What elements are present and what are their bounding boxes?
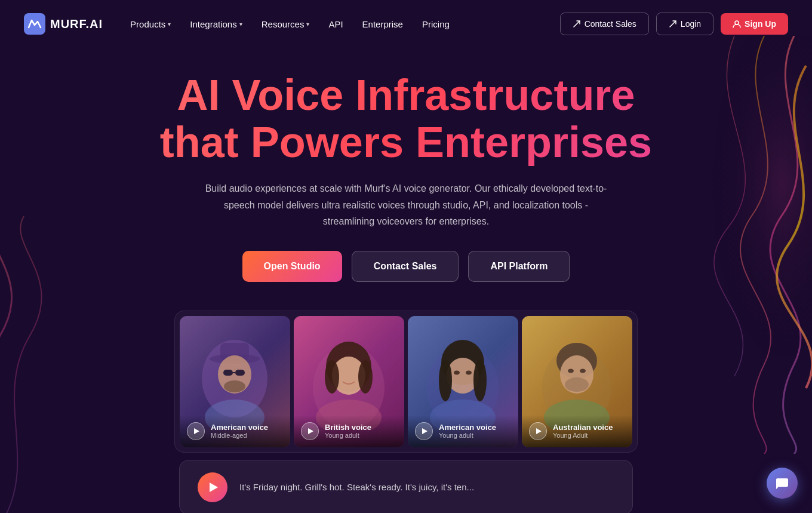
- voice-name-2: British voice: [325, 423, 371, 432]
- voice-cards-container: American voice Middle-aged: [0, 311, 812, 453]
- svg-point-29: [565, 377, 589, 392]
- nav-contact-sales-button[interactable]: Contact Sales: [560, 13, 649, 35]
- audio-play-button[interactable]: [198, 472, 227, 502]
- voice-label-4: Australian voice Young Adult: [553, 423, 613, 439]
- voice-type-1: Middle-aged: [211, 432, 268, 439]
- voice-card-info-2: British voice Young adult: [294, 415, 404, 447]
- external-link-icon: [573, 20, 581, 28]
- voice-type-2: Young adult: [325, 432, 371, 439]
- nav-item-enterprise[interactable]: Enterprise: [354, 14, 411, 34]
- logo[interactable]: MURF.AI: [24, 13, 103, 35]
- play-icon-3: [422, 428, 427, 434]
- voice-card-2[interactable]: British voice Young adult: [294, 316, 404, 447]
- voice-card-1[interactable]: American voice Middle-aged: [180, 316, 290, 447]
- chevron-down-icon: ▾: [168, 21, 171, 27]
- voice-card-info-1: American voice Middle-aged: [180, 415, 290, 447]
- voice-card-4[interactable]: Australian voice Young Adult: [522, 316, 632, 447]
- chevron-down-icon: ▾: [239, 21, 242, 27]
- audio-text: It's Friday night. Grill's hot. Steak's …: [239, 482, 614, 492]
- logo-text: MURF.AI: [50, 17, 103, 31]
- chat-icon: [775, 476, 789, 490]
- svg-point-23: [454, 370, 460, 374]
- voice-name-1: American voice: [211, 423, 268, 432]
- svg-point-16: [358, 360, 373, 394]
- svg-point-30: [568, 368, 574, 373]
- hero-buttons: Open Studio Contact Sales API Platform: [24, 251, 788, 282]
- svg-rect-8: [235, 370, 245, 376]
- play-icon-2: [308, 428, 313, 434]
- nav-links: Products ▾ Integrations ▾ Resources ▾ AP…: [122, 14, 458, 34]
- nav-item-products[interactable]: Products ▾: [122, 14, 179, 34]
- audio-player: It's Friday night. Grill's hot. Steak's …: [179, 460, 633, 513]
- nav-item-integrations[interactable]: Integrations ▾: [182, 14, 250, 34]
- voice-name-4: Australian voice: [553, 423, 613, 432]
- nav-left: MURF.AI Products ▾ Integrations ▾ Resour…: [24, 13, 458, 35]
- play-button-1[interactable]: [187, 422, 205, 440]
- audio-play-icon: [210, 483, 218, 492]
- voice-label-1: American voice Middle-aged: [211, 423, 268, 439]
- logo-icon: [24, 13, 45, 35]
- hero-subtitle: Build audio experiences at scale with Mu…: [203, 180, 609, 229]
- voice-label-2: British voice Young adult: [325, 423, 371, 439]
- nav-item-resources[interactable]: Resources ▾: [253, 14, 318, 34]
- voice-card-info-4: Australian voice Young Adult: [522, 415, 632, 447]
- login-button[interactable]: Login: [656, 13, 713, 35]
- hero-title: AI Voice Infrastructure that Powers Ente…: [137, 72, 675, 166]
- chat-button[interactable]: [767, 468, 798, 499]
- nav-item-api[interactable]: API: [320, 14, 351, 34]
- svg-point-10: [224, 380, 245, 392]
- hero-section: AI Voice Infrastructure that Powers Ente…: [0, 48, 812, 282]
- voice-cards: American voice Middle-aged: [174, 311, 638, 453]
- nav-right: Contact Sales Login Sign Up: [560, 13, 788, 35]
- svg-point-21: [439, 360, 452, 401]
- svg-rect-7: [223, 370, 233, 376]
- svg-point-22: [473, 360, 487, 401]
- play-icon-4: [536, 428, 542, 434]
- open-studio-button[interactable]: Open Studio: [242, 251, 342, 282]
- play-button-4[interactable]: [529, 422, 547, 440]
- svg-point-15: [325, 360, 339, 394]
- external-link-icon: [669, 20, 677, 28]
- voice-card-3[interactable]: American voice Young adult: [408, 316, 518, 447]
- voice-type-3: Young adult: [439, 432, 496, 439]
- voice-label-3: American voice Young adult: [439, 423, 496, 439]
- voice-name-3: American voice: [439, 423, 496, 432]
- api-platform-button[interactable]: API Platform: [468, 251, 570, 282]
- play-button-2[interactable]: [301, 422, 319, 440]
- svg-point-24: [466, 370, 472, 374]
- play-icon-1: [194, 428, 199, 434]
- voice-card-info-3: American voice Young adult: [408, 415, 518, 447]
- navbar: MURF.AI Products ▾ Integrations ▾ Resour…: [0, 0, 812, 48]
- contact-sales-hero-button[interactable]: Contact Sales: [352, 251, 459, 282]
- voice-type-4: Young Adult: [553, 432, 613, 439]
- svg-point-31: [580, 368, 586, 373]
- signup-button[interactable]: Sign Up: [721, 13, 788, 35]
- svg-point-2: [735, 21, 739, 24]
- chevron-down-icon: ▾: [306, 21, 309, 27]
- user-icon: [733, 20, 741, 28]
- nav-item-pricing[interactable]: Pricing: [414, 14, 458, 34]
- play-button-3[interactable]: [415, 422, 433, 440]
